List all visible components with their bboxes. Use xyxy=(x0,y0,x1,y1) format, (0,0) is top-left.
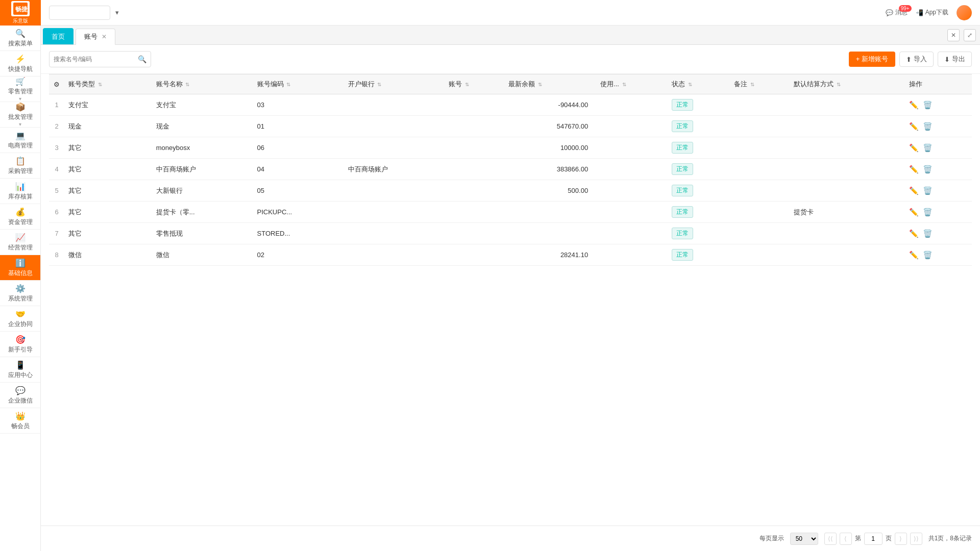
row-account xyxy=(445,202,504,223)
row-status: 正常 xyxy=(668,159,730,180)
search-nav-icon: 🔍 xyxy=(15,29,26,38)
delete-icon[interactable]: 🗑️ xyxy=(923,251,933,260)
system-icon: ⚙️ xyxy=(15,284,26,293)
table-header-type[interactable]: 账号类型 ⇅ xyxy=(64,74,152,94)
page-next-button[interactable]: ⟩ xyxy=(895,533,907,545)
sidebar-item-wholesale[interactable]: 📦 批发管理 ▾ xyxy=(0,102,40,128)
sidebar-item-ecommerce[interactable]: 💻 电商管理 xyxy=(0,128,40,153)
row-note xyxy=(730,116,790,137)
delete-icon[interactable]: 🗑️ xyxy=(923,165,933,174)
page-size-select[interactable]: 50 100 xyxy=(790,533,818,545)
delete-icon[interactable]: 🗑️ xyxy=(923,229,933,238)
sidebar-item-quicknav[interactable]: ⚡ 快捷导航 xyxy=(0,51,40,77)
delete-icon[interactable]: 🗑️ xyxy=(923,101,933,110)
edit-icon[interactable]: ✏️ xyxy=(909,186,919,195)
edit-icon[interactable]: ✏️ xyxy=(909,122,919,131)
operation-icon: 📈 xyxy=(15,233,26,242)
row-balance: 547670.00 xyxy=(504,116,596,137)
row-usage xyxy=(596,116,668,137)
sidebar-item-label: 系统管理 xyxy=(8,294,33,303)
table-header-settings[interactable]: ⚙ xyxy=(49,74,64,94)
table-row: 8 微信 微信 02 28241.10 正常 ✏️ 🗑️ xyxy=(49,244,972,266)
delete-icon[interactable]: 🗑️ xyxy=(923,122,933,131)
table-header-settlement[interactable]: 默认结算方式 ⇅ xyxy=(790,74,905,94)
topbar-app-download[interactable]: 📲 App下载 xyxy=(916,8,948,17)
row-num: 7 xyxy=(49,223,64,244)
sidebar-item-label: 企业微信 xyxy=(8,396,33,405)
edit-icon[interactable]: ✏️ xyxy=(909,165,919,174)
tab-expand-button[interactable]: ⤢ xyxy=(964,29,976,41)
row-code: 04 xyxy=(253,159,344,180)
export-button[interactable]: ⬇ 导出 xyxy=(938,52,972,67)
page-size-label: 每页显示 xyxy=(760,534,784,543)
sidebar-item-basicinfo[interactable]: ℹ️ 基础信息 xyxy=(0,255,40,281)
row-account xyxy=(445,223,504,244)
table-header-note[interactable]: 备注 ⇅ xyxy=(730,74,790,94)
row-bank: 中百商场账户 xyxy=(344,159,445,180)
table-header-name[interactable]: 账号名称 ⇅ xyxy=(152,74,253,94)
edit-icon[interactable]: ✏️ xyxy=(909,101,919,110)
table-header-usage[interactable]: 使用... ⇅ xyxy=(596,74,668,94)
table-header-status[interactable]: 状态 ⇅ xyxy=(668,74,730,94)
table-row: 3 其它 moneybosx 06 10000.00 正常 ✏️ 🗑️ xyxy=(49,137,972,159)
row-num: 5 xyxy=(49,180,64,202)
row-type: 其它 xyxy=(64,159,152,180)
sidebar-item-retail[interactable]: 🛒 零售管理 ▾ xyxy=(0,77,40,102)
page-prev-button[interactable]: ⟨ xyxy=(840,533,852,545)
topbar-dropdown[interactable]: ▾ xyxy=(115,9,119,16)
row-code: 02 xyxy=(253,244,344,266)
table-header-account[interactable]: 账号 ⇅ xyxy=(445,74,504,94)
sort-icon-name: ⇅ xyxy=(185,82,189,87)
delete-icon[interactable]: 🗑️ xyxy=(923,186,933,195)
sidebar-item-member[interactable]: 👑 畅会员 xyxy=(0,408,40,434)
sidebar: 畅捷 乐意版 🔍 搜索菜单 ⚡ 快捷导航 🛒 零售管理 ▾ 📦 批发管理 ▾ 💻… xyxy=(0,0,41,551)
sidebar-item-search[interactable]: 🔍 搜索菜单 xyxy=(0,26,40,51)
row-settlement xyxy=(790,223,905,244)
row-name: 大新银行 xyxy=(152,180,253,202)
tab-account[interactable]: 账号 ✕ xyxy=(76,29,115,45)
sidebar-item-operation[interactable]: 📈 经营管理 xyxy=(0,230,40,255)
sidebar-item-purchase[interactable]: 📋 采购管理 xyxy=(0,153,40,179)
sort-icon-bank: ⇅ xyxy=(377,82,381,87)
sidebar-item-inventory[interactable]: 📊 库存核算 xyxy=(0,179,40,204)
tab-home[interactable]: 首页 xyxy=(43,28,74,44)
table-header-code[interactable]: 账号编码 ⇅ xyxy=(253,74,344,94)
edit-icon[interactable]: ✏️ xyxy=(909,229,919,238)
import-button[interactable]: ⬆ 导入 xyxy=(899,52,934,67)
page-number-input[interactable] xyxy=(864,533,883,545)
topbar-search-input[interactable] xyxy=(49,6,110,20)
tab-close-button[interactable]: ✕ xyxy=(947,29,960,41)
tab-close-icon[interactable]: ✕ xyxy=(102,33,107,40)
row-status: 正常 xyxy=(668,137,730,159)
sidebar-item-wechat[interactable]: 💬 企业微信 xyxy=(0,383,40,408)
edit-icon[interactable]: ✏️ xyxy=(909,143,919,153)
search-input[interactable] xyxy=(54,56,138,63)
delete-icon[interactable]: 🗑️ xyxy=(923,208,933,217)
page-last-button[interactable]: ⟩⟩ xyxy=(910,533,922,545)
table-header-balance[interactable]: 最新余额 ⇅ xyxy=(504,74,596,94)
table-header-bank[interactable]: 开户银行 ⇅ xyxy=(344,74,445,94)
sidebar-item-guide[interactable]: 🎯 新手引导 xyxy=(0,332,40,357)
sidebar-item-collab[interactable]: 🤝 企业协同 xyxy=(0,306,40,332)
sidebar-item-appcenter[interactable]: 📱 应用中心 xyxy=(0,357,40,383)
row-num: 6 xyxy=(49,202,64,223)
edit-icon[interactable]: ✏️ xyxy=(909,251,919,260)
appcenter-icon: 📱 xyxy=(15,360,26,370)
row-type: 其它 xyxy=(64,223,152,244)
search-box: 🔍 xyxy=(49,51,151,67)
row-num: 1 xyxy=(49,94,64,116)
add-account-button[interactable]: + 新增账号 xyxy=(849,52,895,67)
topbar-message[interactable]: 💬 消息 99+ xyxy=(886,8,908,17)
member-icon: 👑 xyxy=(15,411,26,421)
delete-icon[interactable]: 🗑️ xyxy=(923,143,933,153)
row-code: 01 xyxy=(253,116,344,137)
row-name: 支付宝 xyxy=(152,94,253,116)
page-first-button[interactable]: ⟨⟨ xyxy=(824,533,837,545)
quicknav-icon: ⚡ xyxy=(15,54,26,64)
row-balance xyxy=(504,223,596,244)
sidebar-item-finance[interactable]: 💰 资金管理 xyxy=(0,204,40,230)
sidebar-item-system[interactable]: ⚙️ 系统管理 xyxy=(0,281,40,306)
topbar-avatar[interactable] xyxy=(957,5,972,20)
edit-icon[interactable]: ✏️ xyxy=(909,208,919,217)
sort-icon-usage: ⇅ xyxy=(622,82,626,87)
